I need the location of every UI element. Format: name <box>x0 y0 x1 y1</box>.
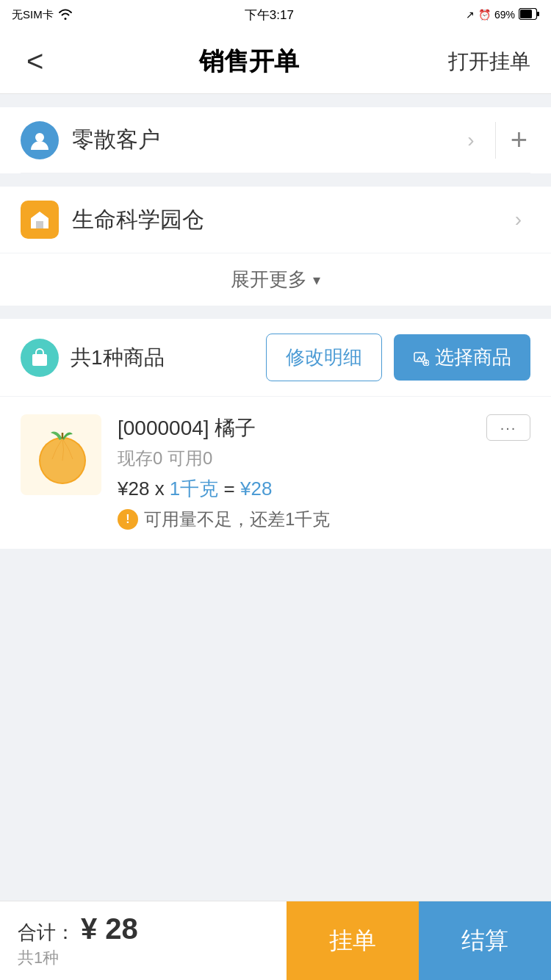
select-product-button[interactable]: 选择商品 <box>394 334 530 381</box>
product-title: [0000004] 橘子 <box>118 414 470 442</box>
status-left: 无SIM卡 <box>12 8 73 22</box>
customer-name: 零散客户 <box>72 125 467 155</box>
customer-row[interactable]: 零散客户 › + <box>21 107 530 173</box>
total-label: 合计： <box>18 920 75 945</box>
product-unit-price: ¥28 <box>118 478 149 500</box>
back-button[interactable]: < <box>21 39 49 84</box>
product-header: 共1种商品 修改明细 选择商品 <box>0 319 551 397</box>
gray-fill-area <box>0 549 551 923</box>
section-gap-1 <box>0 94 551 107</box>
battery-percent: 69% <box>494 9 515 21</box>
select-product-label: 选择商品 <box>435 345 511 370</box>
total-sub: 共1种 <box>18 947 269 969</box>
open-hang-button[interactable]: 打开挂单 <box>448 48 530 76</box>
svg-point-3 <box>35 133 44 142</box>
chevron-down-icon: ▾ <box>313 271 320 289</box>
checkout-button[interactable]: 结算 <box>419 901 551 980</box>
product-item: [0000004] 橘子 现存0 可用0 ¥28 x 1千克 = ¥28 ! 可… <box>0 397 551 549</box>
wifi-icon <box>58 8 73 22</box>
svg-rect-4 <box>36 221 43 228</box>
warehouse-chevron-icon: › <box>515 208 522 231</box>
product-stock: 现存0 可用0 <box>118 447 470 470</box>
product-bag-icon <box>21 339 59 377</box>
section-gap-3 <box>0 306 551 319</box>
warning-icon: ! <box>118 509 138 530</box>
carrier-text: 无SIM卡 <box>12 8 54 22</box>
bottom-bar: 合计： ¥ 28 共1种 挂单 结算 <box>0 901 551 980</box>
status-right: ↗ ⏰ 69% <box>466 8 539 22</box>
product-count-text: 共1种商品 <box>71 344 254 372</box>
customer-chevron-icon: › <box>467 129 474 152</box>
price-equals: = <box>224 478 240 500</box>
svg-rect-5 <box>32 354 47 366</box>
nav-bar: < 销售开单 打开挂单 <box>0 29 551 94</box>
alarm-icon: ⏰ <box>478 9 491 21</box>
product-price-row: ¥28 x 1千克 = ¥28 <box>118 476 470 502</box>
svg-rect-2 <box>537 12 539 16</box>
customer-section: 零散客户 › + <box>0 107 551 173</box>
price-x: x <box>155 478 170 500</box>
divider <box>495 122 496 159</box>
expand-more-row[interactable]: 展开更多 ▾ <box>0 253 551 306</box>
battery-icon <box>519 8 539 22</box>
svg-rect-1 <box>520 10 532 18</box>
total-label-row: 合计： ¥ 28 <box>18 912 269 945</box>
product-id: [0000004] <box>118 417 209 439</box>
section-gap-2 <box>0 173 551 187</box>
status-bar: 无SIM卡 下午3:17 ↗ ⏰ 69% <box>0 0 551 29</box>
product-info: [0000004] 橘子 现存0 可用0 ¥28 x 1千克 = ¥28 ! 可… <box>118 414 470 531</box>
product-name: 橘子 <box>215 417 256 439</box>
warning-text: 可用量不足，还差1千克 <box>144 508 330 531</box>
status-time: 下午3:17 <box>245 7 294 24</box>
page-title: 销售开单 <box>199 45 299 79</box>
warning-row: ! 可用量不足，还差1千克 <box>118 508 470 531</box>
warehouse-section: 生命科学园仓 › <box>0 187 551 253</box>
hang-button[interactable]: 挂单 <box>287 901 419 980</box>
warehouse-icon <box>21 201 59 239</box>
product-image <box>21 414 101 495</box>
total-section: 合计： ¥ 28 共1种 <box>0 901 287 980</box>
product-total: ¥28 <box>240 478 272 500</box>
edit-detail-button[interactable]: 修改明细 <box>266 334 382 381</box>
location-icon: ↗ <box>466 9 475 21</box>
warehouse-name: 生命科学园仓 <box>72 205 515 235</box>
expand-text: 展开更多 <box>231 267 307 292</box>
add-customer-button[interactable]: + <box>508 123 530 156</box>
product-more-button[interactable]: ··· <box>486 414 530 441</box>
total-amount: ¥ 28 <box>81 912 138 945</box>
warehouse-row[interactable]: 生命科学园仓 › <box>21 187 530 253</box>
customer-avatar <box>21 121 59 159</box>
product-qty: 1千克 <box>170 478 218 500</box>
